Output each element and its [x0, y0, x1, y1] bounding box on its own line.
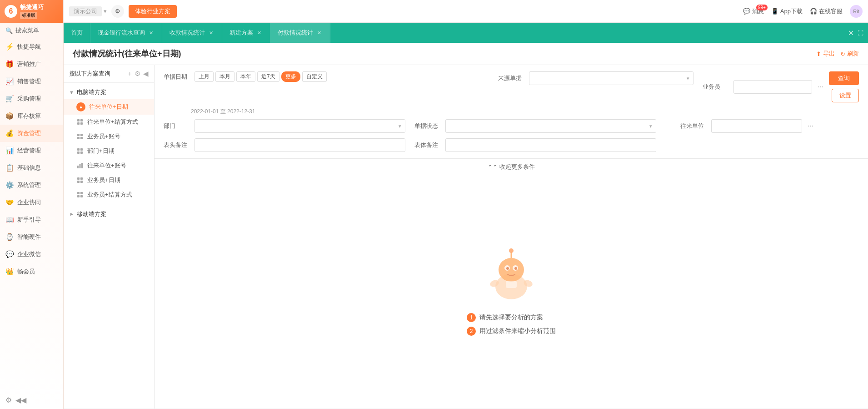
sidebar-item-quick-nav[interactable]: ⚡ 快捷导航: [0, 38, 63, 56]
partner-dots-btn[interactable]: ···: [806, 122, 815, 130]
collapse-conditions-btn[interactable]: ⌃⌃ 收起更多条件: [488, 163, 535, 171]
search-label: 搜索菜单: [15, 26, 39, 35]
empty-step-2: 2 用过滤条件来缩小分析范围: [467, 327, 556, 336]
scheme-group-mobile-toggle[interactable]: ▼ 移动端方案: [64, 207, 154, 221]
sidebar-item-operations[interactable]: 📊 经营管理: [0, 142, 63, 159]
sidebar-item-hardware[interactable]: ⌚ 智能硬件: [0, 228, 63, 246]
filter-row-2: 部门 ▾ 单据状态 ▾: [164, 119, 859, 133]
filter-settings-btn[interactable]: 设置: [832, 89, 859, 102]
scheme-item-staff-account[interactable]: 业务员+账号: [64, 129, 154, 144]
company-selector[interactable]: 演示公司 ▾: [69, 6, 107, 16]
sidebar-item-system[interactable]: ⚙️ 系统管理: [0, 177, 63, 194]
date-btn-this-month[interactable]: 本月: [215, 71, 234, 82]
headset-icon: 🎧: [810, 8, 817, 15]
partner-input[interactable]: [711, 119, 802, 133]
scheme-item-partner-date[interactable]: ● 往来单位+日期: [64, 99, 154, 115]
date-btn-7days[interactable]: 近7天: [257, 71, 279, 82]
query-btn[interactable]: 查询: [829, 71, 859, 85]
filter-area: 单据日期 上月 本月 本年 近7天 更多 自定义 来源单据: [155, 65, 868, 159]
export-label: 导出: [823, 50, 835, 58]
scheme-item-partner-settle[interactable]: 往来单位+结算方式: [64, 115, 154, 129]
svg-rect-18: [80, 181, 83, 183]
export-btn[interactable]: ⬆ 导出: [816, 50, 835, 58]
collapse-panel-btn[interactable]: ◀: [143, 70, 149, 78]
messages-btn[interactable]: 💬 消息 99+: [743, 7, 764, 15]
close-all-tabs-btn[interactable]: ✕: [848, 29, 854, 37]
staff-input[interactable]: [733, 80, 812, 94]
source-select[interactable]: ▾: [529, 71, 693, 85]
tab-home[interactable]: 首页: [64, 23, 90, 43]
sidebar-item-enterprise[interactable]: 🤝 企业协同: [0, 194, 63, 211]
scheme-label: 业务员+日期: [87, 176, 120, 184]
trial-btn[interactable]: 体验行业方案: [129, 5, 177, 18]
filter-group-staff: 业务员 ··· 查询 设置: [703, 71, 859, 102]
search-icon: 🔍: [5, 27, 13, 34]
scheme-item-dept-date[interactable]: 部门+日期: [64, 144, 154, 158]
tab-payment-close[interactable]: ✕: [316, 29, 323, 37]
online-service-btn[interactable]: 🎧 在线客服: [810, 7, 843, 15]
staff-dots-btn[interactable]: ···: [816, 83, 825, 91]
add-scheme-btn[interactable]: +: [128, 70, 132, 78]
body-note-input[interactable]: [445, 138, 656, 152]
nav-tabs-actions: ✕ ⛶: [843, 23, 868, 43]
scheme-item-staff-date[interactable]: 业务员+日期: [64, 173, 154, 187]
marketing-icon: 🎁: [5, 60, 14, 68]
export-icon: ⬆: [816, 50, 821, 57]
filter-group-status: 单据状态 ▾: [414, 119, 656, 133]
sidebar-item-vip[interactable]: 👑 畅会员: [0, 263, 63, 280]
date-btn-more[interactable]: 更多: [281, 71, 300, 82]
status-select[interactable]: ▾: [445, 119, 656, 133]
tab-payment-label: 付款情况统计: [278, 29, 313, 37]
date-buttons: 上月 本月 本年 近7天 更多 自定义: [195, 71, 327, 82]
tab-new-scheme-close[interactable]: ✕: [256, 29, 263, 37]
step-2-text: 用过滤条件来缩小分析范围: [479, 327, 556, 335]
collapse-bar[interactable]: ⌃⌃ 收起更多条件: [155, 159, 868, 175]
tab-receivable[interactable]: 收款情况统计 ✕: [162, 23, 222, 43]
source-dropdown-icon: ▾: [687, 76, 689, 81]
date-range-text: 2022-01-01 至 2022-12-31: [191, 108, 255, 115]
sidebar-item-marketing[interactable]: 🎁 营销推广: [0, 56, 63, 73]
tab-receivable-close[interactable]: ✕: [208, 29, 215, 37]
sidebar-search[interactable]: 🔍 搜索菜单: [0, 23, 63, 38]
date-btn-last-month[interactable]: 上月: [195, 71, 214, 82]
refresh-btn[interactable]: ↻ 刷新: [840, 50, 859, 58]
scheme-group-desktop-toggle[interactable]: ▼ 电脑端方案: [64, 86, 154, 99]
tab-bank-close[interactable]: ✕: [148, 29, 155, 37]
page-header: 付款情况统计(往来单位+日期) ⬆ 导出 ↻ 刷新: [64, 43, 868, 65]
expand-tab-btn[interactable]: ⛶: [858, 30, 863, 36]
tab-payment[interactable]: 付款情况统计 ✕: [270, 23, 330, 43]
sidebar-item-sales[interactable]: 📈 销售管理: [0, 73, 63, 90]
sidebar-item-wechat[interactable]: 💬 企业微信: [0, 246, 63, 263]
sidebar-label: 采购管理: [17, 95, 41, 103]
app-download-btn[interactable]: 📱 App下载: [771, 7, 803, 15]
user-avatar[interactable]: Rit: [850, 5, 863, 18]
tab-bank[interactable]: 现金银行流水查询 ✕: [90, 23, 162, 43]
grid-icon-3: [76, 147, 84, 155]
settings-bottom-btn[interactable]: ⚙: [5, 396, 12, 404]
dept-select[interactable]: ▾: [195, 119, 405, 133]
scheme-settings-btn[interactable]: ⚙: [135, 70, 140, 78]
sidebar-item-basic-info[interactable]: 📋 基础信息: [0, 159, 63, 177]
scheme-item-partner-account[interactable]: 往来单位+账号: [64, 158, 154, 173]
operations-icon: 📊: [5, 146, 14, 155]
tab-new-scheme[interactable]: 新建方案 ✕: [222, 23, 270, 43]
sidebar-label: 库存核算: [17, 112, 41, 120]
chevron-up-icon: ⌃⌃: [488, 164, 498, 171]
sales-icon: 📈: [5, 77, 14, 86]
collapse-sidebar-btn[interactable]: ◀◀: [15, 396, 26, 404]
sidebar-item-guide[interactable]: 📖 新手引导: [0, 211, 63, 228]
svg-rect-3: [80, 122, 83, 125]
page-actions: ⬆ 导出 ↻ 刷新: [816, 50, 859, 58]
sidebar-item-inventory[interactable]: 📦 库存核算: [0, 107, 63, 125]
refresh-icon: ↻: [840, 50, 845, 57]
sidebar-item-finance[interactable]: 💰 资金管理: [0, 125, 63, 142]
date-btn-this-year[interactable]: 本年: [236, 71, 255, 82]
svg-rect-11: [80, 151, 83, 154]
sidebar-item-purchase[interactable]: 🛒 采购管理: [0, 90, 63, 107]
date-btn-custom[interactable]: 自定义: [302, 71, 327, 82]
topbar-settings-btn[interactable]: ⚙: [111, 5, 124, 18]
app-download-label: App下载: [780, 7, 803, 15]
scheme-item-staff-settle[interactable]: 业务员+结算方式: [64, 187, 154, 202]
svg-rect-14: [81, 163, 83, 168]
head-note-input[interactable]: [195, 138, 405, 152]
